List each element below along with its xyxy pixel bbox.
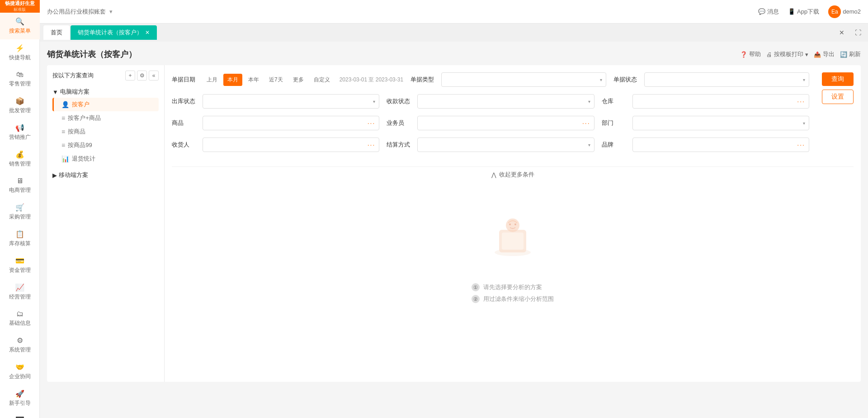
salesperson-label: 业务员 <box>387 119 414 127</box>
filter-field-order-type: 单据类型 ▾ <box>410 72 606 87</box>
tab-close-all-button[interactable]: ✕ <box>835 26 848 39</box>
sidebar-item-sales[interactable]: 💰 销售管理 <box>0 146 40 172</box>
brand-control[interactable]: ··· <box>632 138 809 152</box>
scheme-item-by-return[interactable]: 📊 退货统计 <box>52 152 159 166</box>
order-status-control[interactable]: ▾ <box>644 72 809 87</box>
warehouse-dots[interactable]: ··· <box>797 98 805 105</box>
finance-icon: 💳 <box>15 256 24 265</box>
date-group: 上月 本月 本年 近7天 更多 自定义 <box>203 74 334 86</box>
industry-dropdown-icon[interactable]: ▾ <box>109 8 113 15</box>
scheme-item-label-customer: 按客户 <box>72 100 90 109</box>
empty-tip-1-text: 请先选择要分析的方案 <box>483 281 542 293</box>
sidebar-item-enterprise[interactable]: 🤝 企业协同 <box>0 358 40 385</box>
out-status-label: 出库状态 <box>172 97 199 105</box>
sidebar-item-purchase[interactable]: 🛒 采购管理 <box>0 199 40 225</box>
sidebar-label-finance: 资金管理 <box>9 266 31 274</box>
refresh-label: 刷新 <box>849 50 861 58</box>
department-control[interactable]: ▾ <box>632 116 809 130</box>
scheme-panel: 按以下方案查询 + ⚙ « <box>47 65 165 382</box>
app-download-icon: 📱 <box>788 8 795 15</box>
page-actions: ❓ 帮助 🖨 按模板打印 ▾ 📤 导出 🔄 刷新 <box>740 50 861 58</box>
consignee-control[interactable]: ··· <box>203 138 379 152</box>
sidebar-item-appcenter[interactable]: 🔲 应用中心 <box>0 412 40 418</box>
sidebar-item-quicknav[interactable]: ⚡ 快捷导航 <box>0 39 40 66</box>
scheme-group-label-desktop: 电脑端方案 <box>60 88 90 96</box>
sidebar-item-system[interactable]: ⚙ 系统管理 <box>0 332 40 358</box>
message-label: 消息 <box>767 8 779 16</box>
sidebar-item-wholesale[interactable]: 📦 批发管理 <box>0 92 40 119</box>
scheme-item-by-product[interactable]: ≡ 按商品 <box>52 125 159 138</box>
svg-point-4 <box>509 223 511 225</box>
query-button[interactable]: 查询 <box>822 72 854 86</box>
filter-field-order-status: 单据状态 ▾ <box>613 72 809 87</box>
print-button[interactable]: 🖨 按模板打印 ▾ <box>766 50 808 58</box>
product-control[interactable]: ··· <box>203 116 379 130</box>
receipt-status-control[interactable]: ▾ <box>417 94 594 109</box>
sidebar-label-operation: 经营管理 <box>9 293 31 301</box>
print-label: 按模板打印 <box>774 50 803 58</box>
print-icon: 🖨 <box>766 51 772 58</box>
sidebar-item-retail[interactable]: 🛍 零售管理 <box>0 66 40 92</box>
department-chevron: ▾ <box>803 121 805 126</box>
sidebar-item-ecommerce[interactable]: 🖥 电商管理 <box>0 172 40 199</box>
help-button[interactable]: ❓ 帮助 <box>740 50 761 58</box>
scheme-group-mobile-title[interactable]: ▶ 移动端方案 <box>52 169 159 181</box>
date-this-month[interactable]: 本月 <box>223 74 242 86</box>
scheme-settings-button[interactable]: ⚙ <box>137 71 147 81</box>
tabbar: 首页 销货单统计表（按客户） ✕ ✕ ⛶ <box>40 24 868 42</box>
tab-close-icon[interactable]: ✕ <box>145 29 150 36</box>
message-button[interactable]: 💬 消息 <box>758 8 779 16</box>
user-profile[interactable]: Ea demo2 <box>828 5 861 18</box>
consignee-dots[interactable]: ··· <box>368 141 376 148</box>
filter-field-settlement: 结算方式 ▾ <box>387 138 594 152</box>
salesperson-control[interactable]: ··· <box>417 116 594 130</box>
date-custom[interactable]: 自定义 <box>310 74 334 86</box>
salesperson-dots[interactable]: ··· <box>582 119 590 127</box>
scheme-collapse-button[interactable]: « <box>149 71 159 81</box>
scheme-item-icon-product: ≡ <box>61 128 65 135</box>
sidebar-item-inventory[interactable]: 📋 库存核算 <box>0 225 40 252</box>
sidebar-label-search: 搜索菜单 <box>9 27 31 35</box>
sidebar-item-search[interactable]: 🔍 搜索菜单 <box>0 13 40 39</box>
out-status-control[interactable]: ▾ <box>203 94 379 109</box>
tab-home[interactable]: 首页 <box>43 25 70 40</box>
warehouse-control[interactable]: ··· <box>632 94 809 109</box>
sidebar-label-retail: 零售管理 <box>9 80 31 88</box>
product-dots[interactable]: ··· <box>368 119 376 127</box>
app-download-button[interactable]: 📱 App下载 <box>788 8 819 16</box>
scheme-item-by-customer-product[interactable]: ≡ 按客户+商品 <box>52 111 159 125</box>
sidebar-item-basic[interactable]: 🗂 基础信息 <box>0 305 40 332</box>
topbar: 办公用品行业模拟账套 ▾ 💬 消息 📱 App下载 Ea demo2 <box>40 0 868 24</box>
settlement-control[interactable]: ▾ <box>417 138 594 152</box>
date-this-year[interactable]: 本年 <box>244 74 263 86</box>
sidebar-item-marketing[interactable]: 📢 营销推广 <box>0 119 40 146</box>
sidebar-item-finance[interactable]: 💳 资金管理 <box>0 252 40 279</box>
sidebar-item-guide[interactable]: 🚀 新手引导 <box>0 385 40 412</box>
tab-expand-button[interactable]: ⛶ <box>852 26 864 39</box>
export-button[interactable]: 📤 导出 <box>814 50 835 58</box>
settings-button[interactable]: 设置 <box>822 90 854 104</box>
page-content: 销货单统计表（按客户） ❓ 帮助 🖨 按模板打印 ▾ 📤 导出 🔄 刷新 <box>40 42 868 418</box>
export-icon: 📤 <box>814 51 821 58</box>
scheme-item-by-customer[interactable]: 👤 按客户 <box>52 98 159 111</box>
order-type-control[interactable]: ▾ <box>441 72 606 87</box>
date-prev-month[interactable]: 上月 <box>203 74 222 86</box>
marketing-icon: 📢 <box>15 124 24 132</box>
date-last7[interactable]: 近7天 <box>265 74 287 86</box>
scheme-header-title: 按以下方案查询 <box>52 71 94 80</box>
help-icon: ❓ <box>740 51 747 58</box>
collapse-more-button[interactable]: ⋀ 收起更多条件 <box>172 166 854 182</box>
print-dropdown-icon: ▾ <box>805 51 808 58</box>
refresh-button[interactable]: 🔄 刷新 <box>840 50 861 58</box>
scheme-add-button[interactable]: + <box>125 71 135 81</box>
topbar-right: 💬 消息 📱 App下载 Ea demo2 <box>758 5 861 18</box>
scheme-group-arrow-desktop: ▼ <box>52 89 58 95</box>
date-more[interactable]: 更多 <box>289 74 308 86</box>
brand-dots[interactable]: ··· <box>797 141 805 148</box>
scheme-item-by-product99[interactable]: ≡ 按商品99 <box>52 138 159 152</box>
sidebar-item-operation[interactable]: 📈 经营管理 <box>0 279 40 305</box>
system-icon: ⚙ <box>17 336 23 345</box>
scheme-group-desktop-title[interactable]: ▼ 电脑端方案 <box>52 86 159 98</box>
scheme-actions: + ⚙ « <box>125 71 159 81</box>
tab-sales-stat[interactable]: 销货单统计表（按客户） ✕ <box>71 25 157 40</box>
